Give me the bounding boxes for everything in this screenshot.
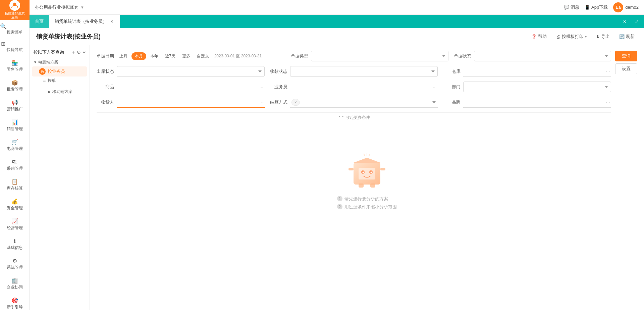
- refresh-label: 刷新: [626, 34, 635, 40]
- tab-close-window-button[interactable]: ✕: [620, 17, 629, 26]
- date-btn-this-month[interactable]: 本月: [131, 52, 146, 60]
- tabbar: 首页 销货单统计表（按业务员） ✕ ✕ ⤢: [30, 15, 644, 28]
- sidebar-item-sales-mgmt[interactable]: 📊 销售管理: [0, 115, 30, 135]
- finance-icon: 💰: [11, 198, 18, 205]
- order-type-select[interactable]: [311, 51, 448, 61]
- sidebar-purchase-label: 采购管理: [7, 166, 23, 171]
- marketing-icon: 📢: [11, 99, 18, 106]
- order-type-filter-item: 单据类型: [291, 51, 448, 61]
- brand-dots[interactable]: ···: [606, 100, 610, 105]
- export-icon: ⬇: [596, 34, 600, 39]
- print-button[interactable]: 🖨 按模板打印 ▾: [553, 32, 589, 41]
- content-area: 销货单统计表(按业务员) ❓ 帮助 🖨 按模板打印 ▾ ⬇ 导出 🔄 刷新: [30, 28, 644, 310]
- chevron-up-icon: ⌃⌃: [338, 115, 344, 120]
- recipient-input[interactable]: [117, 97, 265, 108]
- operations-icon: 📈: [11, 218, 18, 224]
- refresh-button[interactable]: 🔄 刷新: [616, 32, 637, 41]
- sidebar-item-quick-nav[interactable]: ⊞ 快捷导航: [0, 38, 30, 55]
- brand-label: 品牌: [443, 99, 461, 105]
- sidebar-item-search[interactable]: 🔍 搜索菜单: [0, 20, 30, 38]
- sidebar-item-retail[interactable]: 🏪 零售管理: [0, 56, 30, 76]
- topbar-right: 💬 消息 📱 App下载 Ea demo2: [564, 2, 639, 12]
- svg-rect-10: [359, 184, 364, 188]
- tree-mobile-section[interactable]: ▶ 移动端方案: [32, 88, 87, 96]
- tab-maximize-button[interactable]: ⤢: [632, 17, 641, 26]
- order-status-select[interactable]: [474, 51, 611, 61]
- message-icon: 💬: [564, 5, 569, 10]
- warehouse-label: 仓库: [443, 68, 461, 74]
- tree-item-by-salesperson[interactable]: 员 按业务员: [32, 66, 87, 76]
- retail-icon: 🏪: [11, 59, 18, 66]
- empty-illustration: [347, 149, 387, 191]
- sidebar-item-wholesale[interactable]: 📦 批发管理: [0, 76, 30, 96]
- panel-header-title: 按以下方案查询: [34, 49, 64, 55]
- sidebar-item-ecommerce[interactable]: 🛒 电商管理: [0, 135, 30, 155]
- sidebar-item-finance[interactable]: 💰 资金管理: [0, 195, 30, 214]
- copy-scheme-button[interactable]: ⊙: [77, 49, 81, 55]
- home-label: 首页: [35, 18, 44, 24]
- product-dots[interactable]: ···: [260, 84, 263, 89]
- out-status-filter-item: 出库状态: [97, 66, 265, 77]
- salesperson-dots[interactable]: ···: [433, 84, 437, 89]
- sidebar-item-enterprise[interactable]: 🏢 企业协同: [0, 274, 30, 294]
- department-filter-item: 部门: [443, 82, 611, 92]
- add-scheme-button[interactable]: +: [72, 49, 75, 55]
- date-btn-last-month[interactable]: 上月: [117, 52, 130, 60]
- sidebar-item-onboarding[interactable]: 🎯 新手引导: [0, 294, 30, 310]
- page-header: 销货单统计表(按业务员) ❓ 帮助 🖨 按模板打印 ▾ ⬇ 导出 🔄 刷新: [30, 28, 644, 45]
- out-status-select[interactable]: [117, 66, 265, 77]
- date-btn-custom[interactable]: 自定义: [194, 52, 212, 60]
- filter-row-1: 单据日期 上月 本月 本年 近7天 更多 自定义 2023-03-01 至 20…: [97, 51, 611, 61]
- settlement-tag-close[interactable]: ×: [294, 100, 297, 105]
- empty-tips: 1 请先选择要分析的方案 2 用过滤条件来缩小分析范围: [337, 196, 397, 210]
- payment-status-select[interactable]: [290, 66, 438, 77]
- filter-fields: 单据日期 上月 本月 本年 近7天 更多 自定义 2023-03-01 至 20…: [97, 51, 611, 122]
- product-filter-item: 商品 ···: [97, 82, 265, 92]
- tree-mobile-arrow-icon: ▶: [48, 90, 51, 94]
- warehouse-dots[interactable]: ···: [606, 69, 610, 74]
- date-btn-more[interactable]: 更多: [179, 52, 193, 60]
- settlement-filter-item: 结算方式 ×: [270, 97, 438, 108]
- sidebar-item-basic-info[interactable]: ℹ 基础信息: [0, 234, 30, 254]
- sidebar-item-system[interactable]: ⚙ 系统管理: [0, 254, 30, 274]
- help-label: 帮助: [538, 34, 547, 40]
- brand-filter-item: 品牌 ···: [443, 97, 611, 108]
- collapse-panel-button[interactable]: «: [83, 49, 86, 55]
- panel-header-icons: + ⊙ «: [72, 49, 86, 55]
- date-btn-last-7days[interactable]: 近7天: [162, 52, 178, 60]
- tab-close-icon[interactable]: ✕: [109, 19, 114, 24]
- export-button[interactable]: ⬇ 导出: [593, 32, 612, 41]
- tab-sales-stat[interactable]: 销货单统计表（按业务员） ✕: [49, 15, 120, 28]
- date-filter-buttons: 上月 本月 本年 近7天 更多 自定义 2023-03-01 至 2023-03…: [117, 52, 262, 60]
- sidebar-retail-label: 零售管理: [7, 67, 23, 72]
- tree-item-salesperson-label: 按业务员: [48, 68, 65, 74]
- export-label: 导出: [601, 34, 610, 40]
- department-select[interactable]: [463, 82, 611, 92]
- recipient-dots[interactable]: ···: [261, 100, 265, 105]
- sidebar-item-purchase[interactable]: 🛍 采购管理: [0, 155, 30, 175]
- collapse-filters-button[interactable]: ⌃⌃ 收起更多条件: [97, 112, 611, 122]
- date-btn-this-year[interactable]: 本年: [148, 52, 161, 60]
- app-logo[interactable]: 畅捷通好生意 标版: [0, 0, 30, 20]
- dropdown-icon[interactable]: ▾: [81, 5, 84, 10]
- sidebar-item-inventory[interactable]: 📋 库存核算: [0, 175, 30, 195]
- sidebar: 畅捷通好生意 标版 🔍 搜索菜单 ⊞ 快捷导航 🏪 零售管理 📦 批发管理 📢 …: [0, 0, 30, 310]
- tree-pc-section[interactable]: ▼ 电脑端方案: [32, 58, 87, 66]
- search-icon: 🔍: [0, 23, 7, 30]
- tab-home[interactable]: 首页: [30, 15, 49, 28]
- help-button[interactable]: ❓ 帮助: [529, 32, 549, 41]
- settlement-select[interactable]: [302, 100, 437, 105]
- tip-text-1: 请先选择要分析的方案: [344, 196, 388, 202]
- settings-button[interactable]: 设置: [615, 63, 637, 74]
- tip-num-2: 2: [337, 204, 342, 209]
- help-icon: ❓: [531, 34, 537, 39]
- user-profile[interactable]: Ea demo2: [613, 2, 639, 12]
- message-button[interactable]: 💬 消息: [564, 4, 579, 10]
- sidebar-item-marketing[interactable]: 📢 营销推广: [0, 96, 30, 115]
- query-button[interactable]: 查询: [615, 51, 637, 61]
- app-download-button[interactable]: 📱 App下载: [585, 4, 608, 10]
- print-dropdown-icon[interactable]: ▾: [585, 35, 587, 39]
- tree-item-by-order[interactable]: ≡ 按单: [32, 76, 87, 85]
- sidebar-item-operations[interactable]: 📈 经营管理: [0, 214, 30, 234]
- message-label: 消息: [571, 4, 579, 10]
